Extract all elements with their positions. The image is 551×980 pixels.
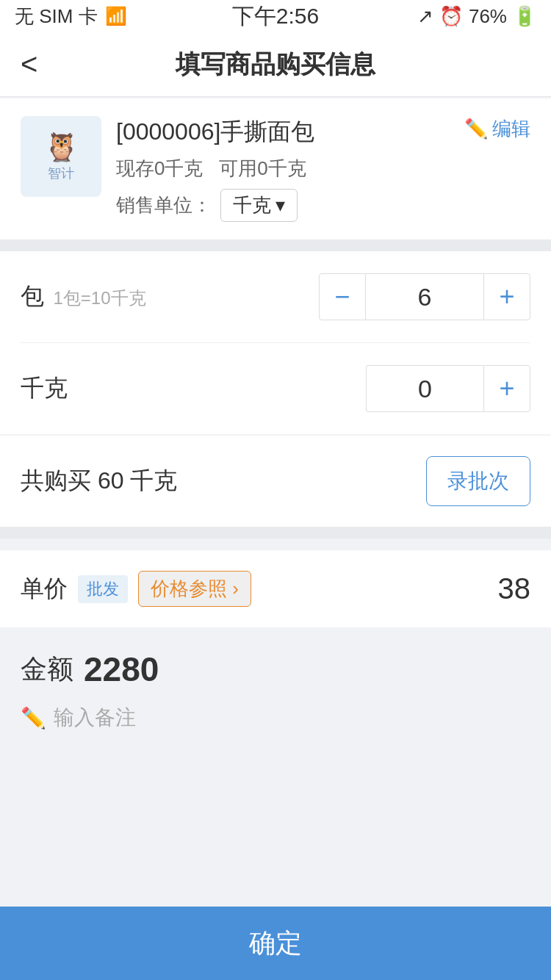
carrier-label: 无 SIM 卡 <box>15 4 98 29</box>
summary-amount: 60 <box>98 467 124 494</box>
amount-row: 金额 2280 <box>21 649 530 689</box>
dropdown-arrow-icon: ▾ <box>276 194 285 217</box>
nav-bar: < 填写商品购买信息 <box>0 32 551 97</box>
price-badge: 批发 <box>78 575 128 603</box>
kg-stepper: + <box>366 365 530 412</box>
amount-label: 金额 <box>21 652 73 688</box>
divider-1 <box>0 239 551 251</box>
input-section: 包 1包=10千克 − + 千克 + <box>0 251 551 434</box>
kg-input[interactable] <box>366 365 483 412</box>
status-time: 下午2:56 <box>232 1 319 32</box>
price-ref-button[interactable]: 价格参照 › <box>138 571 251 607</box>
bao-stepper: − + <box>319 273 530 320</box>
bao-minus-button[interactable]: − <box>319 273 366 320</box>
confirm-button[interactable]: 确定 <box>249 926 302 962</box>
product-logo-icon: 🦉 <box>44 131 79 163</box>
amount-value: 2280 <box>84 649 159 689</box>
note-placeholder: 输入备注 <box>54 704 136 732</box>
product-card: 🦉 智计 [0000006]手撕面包 ✏️ 编辑 现存0千克 可用0千克 销售单… <box>0 98 551 239</box>
product-stock: 现存0千克 可用0千克 <box>116 156 530 181</box>
bao-input-row: 包 1包=10千克 − + <box>21 251 530 343</box>
bao-input[interactable] <box>366 273 483 320</box>
pencil-icon: ✏️ <box>21 706 46 730</box>
summary-prefix: 共购买 <box>21 467 91 494</box>
back-button[interactable]: < <box>21 48 37 81</box>
note-row[interactable]: ✏️ 输入备注 <box>21 704 530 732</box>
price-label: 单价 <box>21 573 68 605</box>
summary-unit: 千克 <box>130 467 177 494</box>
product-name: [0000006]手撕面包 <box>116 116 314 148</box>
record-batch-button[interactable]: 录批次 <box>426 456 530 506</box>
kg-plus-button[interactable]: + <box>483 365 530 412</box>
battery-label: 76% <box>469 5 507 28</box>
price-row: 单价 批发 价格参照 › 38 <box>21 571 530 607</box>
edit-icon: ✏️ <box>464 118 488 140</box>
status-left: 无 SIM 卡 📶 <box>15 4 127 29</box>
alarm-icon: ⏰ <box>439 5 463 28</box>
edit-label: 编辑 <box>492 116 530 142</box>
status-right: ↗ ⏰ 76% 🔋 <box>417 5 536 28</box>
available-label: 可用0千克 <box>219 157 306 179</box>
edit-button[interactable]: ✏️ 编辑 <box>464 116 530 142</box>
unit-label: 销售单位： <box>116 192 212 218</box>
bao-sub-label: 1包=10千克 <box>53 288 145 308</box>
product-logo-text: 智计 <box>48 165 74 182</box>
stock-label: 现存0千克 <box>116 157 203 179</box>
summary-section: 共购买 60 千克 录批次 <box>0 436 551 527</box>
divider-2 <box>0 527 551 538</box>
summary-text: 共购买 60 千克 <box>21 465 177 497</box>
bao-plus-button[interactable]: + <box>483 273 530 320</box>
product-unit-row: 销售单位： 千克 ▾ <box>116 189 530 222</box>
unit-value: 千克 <box>233 192 271 218</box>
price-section: 单价 批发 价格参照 › 38 <box>0 550 551 627</box>
price-value: 38 <box>498 572 531 605</box>
wifi-icon: 📶 <box>105 6 127 26</box>
kg-label: 千克 <box>21 372 68 405</box>
page-title: 填写商品购买信息 <box>176 48 375 82</box>
battery-icon: 🔋 <box>513 5 536 28</box>
amount-section: 金额 2280 ✏️ 输入备注 <box>0 629 551 752</box>
location-icon: ↗ <box>417 5 433 28</box>
product-info: [0000006]手撕面包 ✏️ 编辑 现存0千克 可用0千克 销售单位： 千克… <box>116 116 530 222</box>
bao-label-group: 包 1包=10千克 <box>21 281 146 313</box>
kg-input-row: 千克 + <box>21 343 530 434</box>
footer[interactable]: 确定 <box>0 907 551 980</box>
product-image: 🦉 智计 <box>21 116 101 197</box>
bao-label: 包 <box>21 283 44 309</box>
unit-dropdown[interactable]: 千克 ▾ <box>220 189 298 222</box>
status-bar: 无 SIM 卡 📶 下午2:56 ↗ ⏰ 76% 🔋 <box>0 0 551 32</box>
